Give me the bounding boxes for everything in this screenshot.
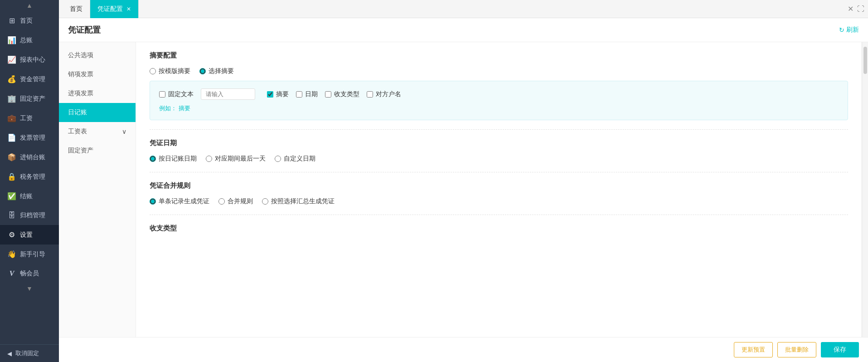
refresh-icon: ↻ bbox=[839, 26, 844, 34]
date-option-custom[interactable]: 自定义日期 bbox=[275, 155, 315, 163]
sidebar-item-settle[interactable]: ✅ 结账 bbox=[0, 186, 59, 206]
pin-icon: ◀ bbox=[7, 350, 12, 357]
date-option-journal[interactable]: 按日记账日期 bbox=[150, 155, 197, 163]
page-header: 凭证配置 ↻ 刷新 bbox=[59, 18, 868, 42]
date-section: 凭证日期 按日记账日期 对应期间最后一天 自定义日期 bbox=[150, 139, 848, 172]
date-option-last-day[interactable]: 对应期间最后一天 bbox=[206, 155, 266, 163]
checkbox-summary[interactable]: 摘要 bbox=[267, 90, 289, 98]
left-nav-sales[interactable]: 销项发票 bbox=[59, 65, 136, 84]
merge-title: 凭证合并规则 bbox=[150, 181, 848, 190]
settle-icon: ✅ bbox=[7, 192, 16, 201]
ledger-icon: 📊 bbox=[7, 36, 16, 44]
page-title: 凭证配置 bbox=[68, 24, 101, 35]
income-type-section: 收支类型 bbox=[150, 224, 848, 249]
summary-mode-template-radio[interactable] bbox=[150, 68, 156, 74]
tab-home-label: 首页 bbox=[70, 5, 82, 13]
batch-delete-button[interactable]: 批量删除 bbox=[777, 342, 816, 357]
summary-section: 摘要配置 按模版摘要 选择摘要 固定文本 bbox=[150, 51, 848, 130]
sidebar-item-ledger[interactable]: 📊 总账 bbox=[0, 30, 59, 50]
checkbox-income-type-input[interactable] bbox=[325, 91, 331, 98]
sidebar-item-tax[interactable]: 🔒 税务管理 bbox=[0, 167, 59, 186]
scrollbar-track[interactable] bbox=[862, 42, 868, 337]
sidebar-item-fund[interactable]: 💰 资金管理 bbox=[0, 69, 59, 89]
summary-mode-select-radio[interactable] bbox=[199, 68, 206, 74]
checkbox-counterpart[interactable]: 对方户名 bbox=[367, 90, 401, 98]
merge-option-select-merge-radio[interactable] bbox=[262, 198, 268, 205]
sidebar-item-settings[interactable]: ⚙ 设置 bbox=[0, 225, 59, 245]
fund-icon: 💰 bbox=[7, 75, 16, 83]
vip-icon: V bbox=[7, 269, 16, 278]
tax-icon: 🔒 bbox=[7, 172, 16, 181]
bottom-action-bar: 更新预置 批量删除 保存 bbox=[59, 337, 868, 362]
close-window-icon[interactable]: ✕ bbox=[848, 5, 853, 13]
tab-close-icon[interactable]: ✕ bbox=[126, 6, 131, 12]
maximize-icon[interactable]: ⛶ bbox=[857, 5, 864, 13]
sidebar-scroll-up[interactable]: ▲ bbox=[0, 0, 59, 11]
home-icon: ⊞ bbox=[7, 16, 16, 25]
date-options-group: 按日记账日期 对应期间最后一天 自定义日期 bbox=[150, 155, 848, 163]
date-option-journal-radio[interactable] bbox=[150, 156, 156, 162]
sidebar-item-vip[interactable]: V 畅会员 bbox=[0, 264, 59, 283]
tab-bar: 首页 凭证配置 ✕ ✕ ⛶ bbox=[59, 0, 868, 18]
merge-option-merge-radio[interactable] bbox=[218, 198, 225, 205]
checkbox-income-type[interactable]: 收支类型 bbox=[325, 90, 359, 98]
merge-option-merge[interactable]: 合并规则 bbox=[218, 197, 253, 205]
left-nav-purchase[interactable]: 进项发票 bbox=[59, 84, 136, 103]
sidebar-item-report[interactable]: 📈 报表中心 bbox=[0, 50, 59, 69]
summary-mode-template[interactable]: 按模版摘要 bbox=[150, 67, 190, 75]
trading-icon: 📦 bbox=[7, 153, 16, 161]
date-option-last-day-radio[interactable] bbox=[206, 156, 212, 162]
invoice-icon: 📄 bbox=[7, 133, 16, 142]
tab-voucher-config[interactable]: 凭证配置 ✕ bbox=[90, 0, 139, 18]
tab-home[interactable]: 首页 bbox=[63, 0, 90, 18]
right-content: 摘要配置 按模版摘要 选择摘要 固定文本 bbox=[136, 42, 862, 337]
left-nav: 公共选项 销项发票 进项发票 日记账 工资表 ∨ 固定资产 bbox=[59, 42, 136, 337]
sidebar-scroll-down[interactable]: ▼ bbox=[0, 283, 59, 294]
checkbox-summary-input[interactable] bbox=[267, 91, 273, 98]
summary-mode-group: 按模版摘要 选择摘要 bbox=[150, 67, 848, 75]
refresh-button[interactable]: ↻ 刷新 bbox=[839, 26, 859, 34]
merge-option-single-radio[interactable] bbox=[150, 198, 156, 205]
checkbox-counterpart-input[interactable] bbox=[367, 91, 373, 98]
sidebar-unpin-button[interactable]: ◀ 取消固定 bbox=[0, 344, 59, 362]
sidebar-item-trading[interactable]: 📦 进销台账 bbox=[0, 147, 59, 167]
update-preset-button[interactable]: 更新预置 bbox=[734, 342, 773, 357]
sidebar-item-archive[interactable]: 🗄 归档管理 bbox=[0, 206, 59, 225]
scrollbar-thumb[interactable] bbox=[863, 47, 867, 74]
merge-options-group: 单条记录生成凭证 合并规则 按照选择汇总生成凭证 bbox=[150, 197, 848, 205]
sidebar: ▲ ⊞ 首页 📊 总账 📈 报表中心 💰 资金管理 🏢 固定资产 💼 工资 📄 … bbox=[0, 0, 59, 362]
fixed-text-input[interactable] bbox=[201, 88, 255, 100]
sidebar-item-guide[interactable]: 👋 新手引导 bbox=[0, 245, 59, 264]
sidebar-item-home[interactable]: ⊞ 首页 bbox=[0, 11, 59, 30]
left-nav-payroll[interactable]: 工资表 ∨ bbox=[59, 122, 136, 141]
left-nav-journal[interactable]: 日记账 bbox=[59, 103, 136, 122]
asset-icon: 🏢 bbox=[7, 94, 16, 103]
summary-checkbox-row: 固定文本 摘要 日期 收支类型 bbox=[159, 88, 839, 100]
date-option-custom-radio[interactable] bbox=[275, 156, 281, 162]
summary-config-box: 固定文本 摘要 日期 收支类型 bbox=[150, 81, 848, 120]
archive-icon: 🗄 bbox=[7, 211, 16, 220]
save-button[interactable]: 保存 bbox=[821, 342, 859, 357]
sidebar-item-asset[interactable]: 🏢 固定资产 bbox=[0, 89, 59, 108]
expand-icon: ∨ bbox=[122, 128, 126, 135]
main-content: 首页 凭证配置 ✕ ✕ ⛶ 凭证配置 ↻ 刷新 公共选项 销项发票 进项 bbox=[59, 0, 868, 362]
checkbox-fixed-text-input[interactable] bbox=[159, 91, 165, 98]
merge-option-select-merge[interactable]: 按照选择汇总生成凭证 bbox=[262, 197, 335, 205]
income-type-title: 收支类型 bbox=[150, 224, 848, 233]
salary-icon: 💼 bbox=[7, 114, 16, 122]
sidebar-item-invoice[interactable]: 📄 发票管理 bbox=[0, 128, 59, 147]
example-text: 例如： 摘要 bbox=[159, 104, 839, 113]
tab-right-icons: ✕ ⛶ bbox=[848, 5, 868, 13]
sidebar-item-salary[interactable]: 💼 工资 bbox=[0, 108, 59, 128]
left-nav-fixed-asset[interactable]: 固定资产 bbox=[59, 141, 136, 160]
summary-mode-select[interactable]: 选择摘要 bbox=[199, 67, 234, 75]
merge-option-single[interactable]: 单条记录生成凭证 bbox=[150, 197, 209, 205]
checkbox-date-input[interactable] bbox=[296, 91, 302, 98]
left-nav-public[interactable]: 公共选项 bbox=[59, 46, 136, 65]
summary-title: 摘要配置 bbox=[150, 51, 848, 60]
checkbox-fixed-text[interactable]: 固定文本 bbox=[159, 90, 194, 98]
report-icon: 📈 bbox=[7, 55, 16, 64]
guide-icon: 👋 bbox=[7, 250, 16, 259]
checkbox-date[interactable]: 日期 bbox=[296, 90, 318, 98]
date-title: 凭证日期 bbox=[150, 139, 848, 147]
